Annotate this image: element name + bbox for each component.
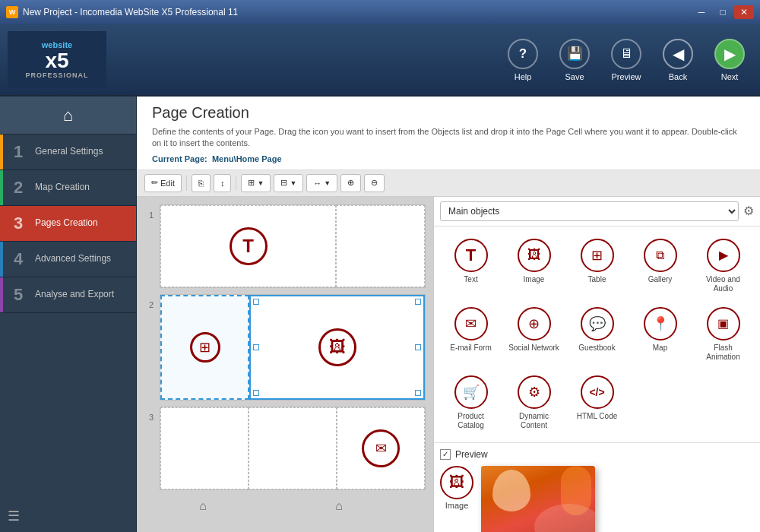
help-icon: ? bbox=[508, 39, 538, 69]
title-bar-left: W New Project - Incomedia WebSite X5 Pro… bbox=[6, 6, 238, 18]
object-text[interactable]: T Text bbox=[442, 234, 500, 298]
next-button[interactable]: ▶ Next bbox=[707, 35, 752, 85]
social-network-object-label: Social Network bbox=[508, 344, 559, 353]
sidebar-home-button[interactable]: ⌂ bbox=[0, 97, 136, 135]
next-label: Next bbox=[721, 72, 739, 81]
add-col-button[interactable]: ⊟▼ bbox=[274, 174, 303, 192]
dynamic-content-object-label: Dynamic Content bbox=[508, 412, 560, 430]
preview-header: ✓ Preview bbox=[440, 449, 754, 460]
cell-1-2[interactable] bbox=[336, 205, 425, 287]
footer-left: ⌂ bbox=[160, 499, 246, 513]
sidebar-item-advanced-settings[interactable]: 4 Advanced Settings bbox=[0, 242, 136, 277]
object-dynamic-content[interactable]: ⚙ Dynamic Content bbox=[505, 371, 563, 435]
step1-indicator bbox=[0, 135, 3, 169]
separator1 bbox=[186, 176, 187, 191]
merge-icon: ⊕ bbox=[347, 178, 354, 188]
object-map[interactable]: 📍 Map bbox=[631, 302, 689, 366]
cell-3-1[interactable] bbox=[160, 407, 249, 489]
help-button[interactable]: ? Help bbox=[500, 35, 546, 85]
move-down-button[interactable]: ↕ bbox=[214, 174, 232, 192]
objects-settings-icon[interactable]: ⚙ bbox=[743, 204, 754, 218]
guestbook-object-label: Guestbook bbox=[578, 344, 615, 353]
handle-mr[interactable] bbox=[415, 344, 421, 350]
menu-icon[interactable]: ☰ bbox=[8, 508, 20, 524]
maximize-button[interactable]: □ bbox=[713, 5, 733, 19]
resize-button[interactable]: ↔▼ bbox=[306, 174, 337, 192]
next-icon: ▶ bbox=[714, 39, 745, 69]
sidebar-bottom: ☰ bbox=[0, 500, 136, 532]
step5-label: Analyse and Export bbox=[35, 289, 114, 301]
object-social-network[interactable]: ⊕ Social Network bbox=[505, 302, 563, 366]
step2-indicator bbox=[0, 170, 3, 205]
footer-spacer bbox=[144, 496, 158, 502]
save-button[interactable]: 💾 Save bbox=[552, 35, 597, 85]
sidebar-item-map-creation[interactable]: 2 Map Creation bbox=[0, 170, 136, 206]
sidebar: ⌂ 1 General Settings 2 Map Creation 3 Pa… bbox=[0, 97, 137, 532]
page-row-2: ⊞ 🖼 bbox=[160, 294, 426, 401]
handle-tr[interactable] bbox=[415, 299, 421, 305]
merge-button[interactable]: ⊕ bbox=[340, 174, 361, 192]
resize-arrow: ▼ bbox=[324, 179, 331, 187]
qr-cell-icon: ⊞ bbox=[190, 332, 220, 363]
preview-image-label: Image bbox=[445, 501, 469, 510]
sidebar-item-general-settings[interactable]: 1 General Settings bbox=[0, 135, 136, 170]
flash-animation-object-icon: ▣ bbox=[707, 307, 740, 340]
objects-panel: Main objects ⚙ T Text 🖼 Image ⊞ bbox=[433, 197, 760, 532]
cell-1-1[interactable]: T bbox=[160, 205, 336, 287]
text-cell-icon: T bbox=[230, 227, 268, 265]
handle-br[interactable] bbox=[415, 390, 421, 396]
object-guestbook[interactable]: 💬 Guestbook bbox=[568, 302, 626, 366]
object-video-audio[interactable]: ▶ Video and Audio bbox=[694, 234, 752, 298]
current-page-line: Current Page: Menu\Home Page bbox=[152, 154, 745, 163]
face-shape bbox=[492, 470, 530, 511]
preview-button[interactable]: 🖥 Preview bbox=[603, 35, 649, 85]
add-row-button[interactable]: ⊞▼ bbox=[241, 174, 271, 192]
content-description: Define the contents of your Page. Drag t… bbox=[152, 126, 745, 150]
handle-bl[interactable] bbox=[253, 390, 259, 396]
step2-num: 2 bbox=[9, 179, 27, 196]
flash-animation-object-label: Flash Animation bbox=[697, 344, 749, 362]
split-button[interactable]: ⊖ bbox=[364, 174, 385, 192]
editor-toolbar: ✏ Edit ⎘ ↕ ⊞▼ ⊟▼ ↔▼ ⊕ ⊖ bbox=[137, 170, 760, 197]
cell-3-3[interactable]: ✉ bbox=[337, 407, 425, 489]
image-cell-icon: 🖼 bbox=[318, 328, 356, 366]
footer-icons: ⌂ ⌂ bbox=[160, 496, 426, 516]
map-object-icon: 📍 bbox=[644, 307, 677, 340]
copy-icon: ⎘ bbox=[198, 179, 204, 188]
handle-tl[interactable] bbox=[253, 299, 259, 305]
objects-header: Main objects ⚙ bbox=[434, 197, 760, 226]
separator2 bbox=[236, 176, 236, 191]
object-html-code[interactable]: </> HTML Code bbox=[568, 371, 626, 435]
preview-checkbox[interactable]: ✓ bbox=[440, 449, 451, 460]
handle-ml[interactable] bbox=[253, 344, 259, 350]
object-email-form[interactable]: ✉ E-mail Form bbox=[442, 302, 500, 366]
minimize-button[interactable]: ─ bbox=[692, 5, 711, 19]
edit-label: Edit bbox=[160, 179, 175, 188]
cell-2-2[interactable]: 🖼 bbox=[249, 295, 425, 400]
step3-indicator bbox=[0, 206, 3, 241]
preview-label: Preview bbox=[611, 72, 641, 81]
object-table[interactable]: ⊞ Table bbox=[568, 234, 626, 298]
object-flash-animation[interactable]: ▣ Flash Animation bbox=[694, 302, 752, 366]
app-logo: website x5 PROFESSIONAL bbox=[8, 31, 106, 88]
sidebar-item-pages-creation[interactable]: 3 Pages Creation bbox=[0, 206, 136, 242]
back-icon: ◀ bbox=[663, 39, 693, 69]
close-button[interactable]: ✕ bbox=[734, 5, 754, 19]
html-code-object-label: HTML Code bbox=[577, 412, 618, 421]
object-image[interactable]: 🖼 Image bbox=[505, 234, 563, 298]
sidebar-item-analyse-export[interactable]: 5 Analyse and Export bbox=[0, 277, 136, 313]
copy-button[interactable]: ⎘ bbox=[192, 174, 211, 192]
edit-button[interactable]: ✏ Edit bbox=[144, 174, 182, 192]
text-object-icon: T bbox=[454, 239, 488, 272]
table-object-icon: ⊞ bbox=[581, 239, 614, 272]
object-gallery[interactable]: ⧉ Gallery bbox=[631, 234, 689, 298]
preview-image-display bbox=[481, 466, 595, 532]
cell-3-2[interactable] bbox=[249, 407, 337, 489]
objects-dropdown[interactable]: Main objects bbox=[440, 201, 739, 221]
video-audio-object-label: Video and Audio bbox=[697, 275, 749, 293]
back-button[interactable]: ◀ Back bbox=[655, 35, 701, 85]
preview-photo bbox=[481, 466, 595, 532]
dynamic-content-object-icon: ⚙ bbox=[518, 375, 551, 409]
object-product-catalog[interactable]: 🛒 Product Catalog bbox=[442, 371, 500, 435]
cell-2-1[interactable]: ⊞ bbox=[160, 295, 249, 400]
